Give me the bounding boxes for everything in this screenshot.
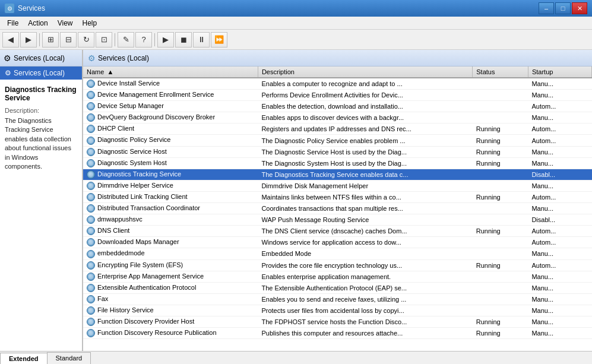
refresh-button[interactable]: ↻ bbox=[78, 32, 94, 48]
tab-extended[interactable]: Extended bbox=[0, 353, 48, 365]
right-panel: ⚙ Services (Local) Name ▲ Description St… bbox=[83, 50, 592, 351]
service-status-cell bbox=[473, 180, 528, 191]
service-desc-cell: The Diagnostic System Host is used by th… bbox=[258, 157, 472, 169]
table-row[interactable]: embeddedmodeEmbedded ModeManu... bbox=[83, 248, 592, 259]
service-desc-cell: Protects user files from accidental loss… bbox=[258, 305, 472, 316]
forward-button[interactable]: ▶ bbox=[20, 32, 37, 48]
service-name-cell: DHCP Client bbox=[83, 124, 258, 135]
table-row[interactable]: Enterprise App Management ServiceEnables… bbox=[83, 271, 592, 282]
left-panel-header: ⚙ Services (Local) bbox=[0, 50, 82, 67]
service-name-cell: Enterprise App Management Service bbox=[83, 271, 258, 282]
menu-help[interactable]: Help bbox=[78, 18, 102, 29]
service-icon bbox=[87, 318, 95, 326]
service-desc-cell: Coordinates transactions that span multi… bbox=[258, 203, 472, 214]
service-startup-cell: Manu... bbox=[528, 293, 591, 305]
service-desc-cell: The DNS Client service (dnscache) caches… bbox=[258, 226, 472, 237]
table-row[interactable]: dmwappushsvcWAP Push Message Routing Ser… bbox=[83, 214, 592, 226]
table-row[interactable]: Device Management Enrollment ServicePerf… bbox=[83, 90, 592, 101]
service-startup-cell: Manu... bbox=[528, 271, 591, 282]
service-desc-cell: Enables the detection, download and inst… bbox=[258, 101, 472, 112]
service-icon bbox=[87, 80, 95, 88]
service-desc-cell: Dimmdrive Disk Management Helper bbox=[258, 180, 472, 191]
col-header-name[interactable]: Name ▲ bbox=[83, 67, 258, 78]
service-name-cell: Downloaded Maps Manager bbox=[83, 237, 258, 248]
export-button[interactable]: ⊡ bbox=[96, 32, 112, 48]
table-row[interactable]: Diagnostic Policy ServiceThe Diagnostic … bbox=[83, 135, 592, 146]
service-icon bbox=[87, 193, 95, 201]
menu-file[interactable]: File bbox=[2, 18, 23, 29]
pause-button[interactable]: ⏸ bbox=[193, 32, 210, 48]
service-startup-cell: Manu... bbox=[528, 305, 591, 316]
table-row[interactable]: FaxEnables you to send and receive faxes… bbox=[83, 293, 592, 305]
service-name-cell: dmwappushsvc bbox=[83, 214, 258, 226]
right-panel-title: Services (Local) bbox=[98, 54, 149, 62]
service-startup-cell: Manu... bbox=[528, 90, 591, 101]
table-row[interactable]: Function Discovery Resource PublicationP… bbox=[83, 328, 592, 339]
service-startup-cell: Autom... bbox=[528, 191, 591, 202]
services-local-icon: ⚙ bbox=[5, 69, 11, 77]
service-status-cell bbox=[473, 214, 528, 226]
window-title: Services bbox=[18, 4, 45, 12]
help-button[interactable]: ? bbox=[135, 32, 152, 48]
table-row[interactable]: Device Install ServiceEnables a computer… bbox=[83, 78, 592, 90]
table-row[interactable]: Encrypting File System (EFS)Provides the… bbox=[83, 259, 592, 271]
service-icon bbox=[87, 204, 95, 213]
service-icon bbox=[87, 216, 95, 224]
properties-button[interactable]: ✎ bbox=[118, 32, 134, 48]
tree-item-services-local[interactable]: ⚙ Services (Local) bbox=[0, 67, 82, 80]
service-icon bbox=[87, 284, 95, 292]
table-row[interactable]: Extensible Authentication ProtocolThe Ex… bbox=[83, 282, 592, 293]
service-icon bbox=[87, 329, 95, 337]
service-startup-cell: Manu... bbox=[528, 157, 591, 169]
table-row[interactable]: Device Setup ManagerEnables the detectio… bbox=[83, 101, 592, 112]
table-row[interactable]: Downloaded Maps ManagerWindows service f… bbox=[83, 237, 592, 248]
stop-button[interactable]: ◼ bbox=[175, 32, 192, 48]
service-desc-cell: Embedded Mode bbox=[258, 248, 472, 259]
table-row[interactable]: Distributed Transaction CoordinatorCoord… bbox=[83, 203, 592, 214]
service-desc-cell: The Diagnostic Policy Service enables pr… bbox=[258, 135, 472, 146]
close-button[interactable]: ✕ bbox=[572, 2, 587, 14]
service-status-cell bbox=[473, 271, 528, 282]
service-name-cell: embeddedmode bbox=[83, 248, 258, 259]
table-row[interactable]: DHCP ClientRegisters and updates IP addr… bbox=[83, 124, 592, 135]
table-row[interactable]: Function Discovery Provider HostThe FDPH… bbox=[83, 316, 592, 327]
service-desc-cell: Registers and updates IP addresses and D… bbox=[258, 124, 472, 135]
table-row[interactable]: File History ServiceProtects user files … bbox=[83, 305, 592, 316]
table-row[interactable]: Diagnostic System HostThe Diagnostic Sys… bbox=[83, 157, 592, 169]
service-desc-cell: Enables a computer to recognize and adap… bbox=[258, 78, 472, 90]
menu-action[interactable]: Action bbox=[23, 18, 52, 29]
service-name-cell: Extensible Authentication Protocol bbox=[83, 282, 258, 293]
service-startup-cell: Manu... bbox=[528, 180, 591, 191]
console-view-button[interactable]: ⊞ bbox=[42, 32, 59, 48]
minimize-button[interactable]: – bbox=[539, 2, 554, 14]
service-startup-cell: Autom... bbox=[528, 237, 591, 248]
service-startup-cell: Autom... bbox=[528, 226, 591, 237]
maximize-button[interactable]: □ bbox=[555, 2, 571, 14]
table-row[interactable]: Diagnostic Service HostThe Diagnostic Se… bbox=[83, 146, 592, 157]
tab-standard[interactable]: Standard bbox=[47, 352, 91, 364]
service-icon bbox=[87, 306, 95, 315]
services-table[interactable]: Name ▲ Description Status Startup Device… bbox=[83, 67, 592, 351]
table-row[interactable]: DNS ClientThe DNS Client service (dnscac… bbox=[83, 226, 592, 237]
table-row[interactable]: DevQuery Background Discovery BrokerEnab… bbox=[83, 112, 592, 124]
title-bar-controls: – □ ✕ bbox=[539, 2, 587, 14]
services-local-label: Services (Local) bbox=[14, 69, 65, 77]
table-row[interactable]: Diagnostics Tracking ServiceThe Diagnost… bbox=[83, 169, 592, 180]
service-status-cell: Running bbox=[473, 135, 528, 146]
col-header-status[interactable]: Status bbox=[473, 67, 528, 78]
start-button[interactable]: ▶ bbox=[157, 32, 174, 48]
back-button[interactable]: ◀ bbox=[2, 32, 19, 48]
service-desc-cell: The Diagnostics Tracking Service enables… bbox=[258, 169, 472, 180]
service-description-text: The Diagnostics Tracking Service enables… bbox=[5, 116, 77, 171]
show-hide-button[interactable]: ⊟ bbox=[60, 32, 77, 48]
table-row[interactable]: Dimmdrive Helper ServiceDimmdrive Disk M… bbox=[83, 180, 592, 191]
service-icon bbox=[87, 148, 95, 156]
service-status-cell: Running bbox=[473, 316, 528, 327]
menu-view[interactable]: View bbox=[53, 18, 78, 29]
resume-button[interactable]: ⏩ bbox=[211, 32, 227, 48]
table-row[interactable]: Distributed Link Tracking ClientMaintain… bbox=[83, 191, 592, 202]
service-status-cell bbox=[473, 203, 528, 214]
col-header-startup[interactable]: Startup bbox=[528, 67, 591, 78]
service-name-cell: Device Setup Manager bbox=[83, 101, 258, 112]
col-header-description[interactable]: Description bbox=[258, 67, 472, 78]
